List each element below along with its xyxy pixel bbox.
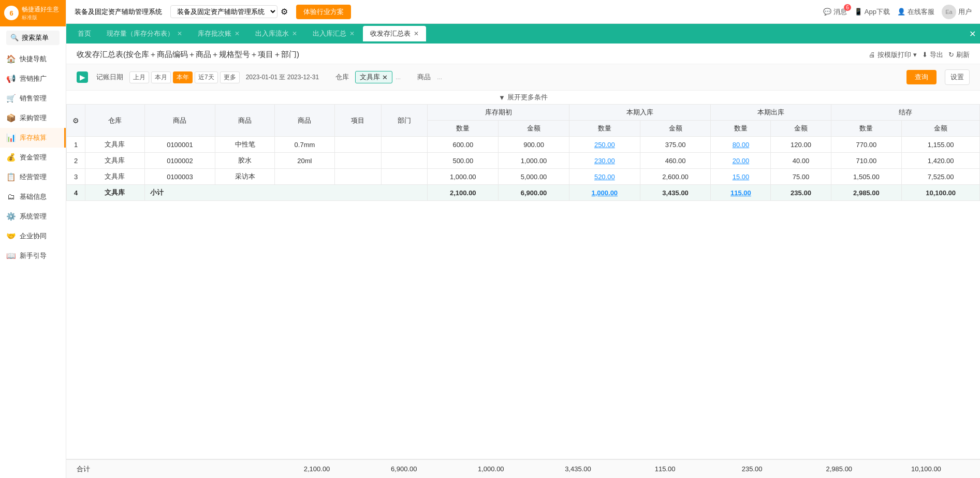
app-download-label: App下载 <box>865 7 890 17</box>
sidebar-item-label: 经营管理 <box>20 172 47 182</box>
tab-close-in-out-summary[interactable]: ✕ <box>349 31 355 37</box>
subtotal-row: 4 文具库 小计 2,100.00 6,900.00 1,000.00 3,43… <box>67 185 980 201</box>
row-in-qty[interactable]: 230.00 <box>569 153 640 169</box>
print-template-btn[interactable]: 🖨 按模版打印 ▾ <box>869 50 917 60</box>
row-out-amt: 120.00 <box>771 137 831 153</box>
tab-close-stock-dist[interactable]: ✕ <box>177 31 182 37</box>
sidebar-item-marketing[interactable]: 📢 营销推广 <box>0 69 66 89</box>
row-goods-spec: 20ml <box>274 153 334 169</box>
tab-in-out-flow[interactable]: 出入库流水 ✕ <box>248 26 304 41</box>
expand-icon: ▼ <box>499 94 505 102</box>
message-action[interactable]: 💬 消息 6 <box>823 7 847 17</box>
home-icon: 🏠 <box>6 54 16 64</box>
export-btn[interactable]: ⬇ 导出 <box>922 50 943 60</box>
row-goods-code: 0100001 <box>144 137 215 153</box>
footer-out-qty: 115.00 <box>622 463 709 475</box>
row-out-qty[interactable]: 80.00 <box>711 137 771 153</box>
col-opening-qty: 数量 <box>428 121 499 137</box>
sidebar-search-label: 搜索菜单 <box>22 33 49 42</box>
main-area: 装备及固定资产辅助管理系统 装备及固定资产辅助管理系统 ⚙ 体验行业方案 💬 消… <box>66 0 980 478</box>
row-no: 3 <box>67 169 85 185</box>
warehouse-tag[interactable]: 文具库 ✕ <box>355 71 392 83</box>
warehouse-filter-label: 仓库 <box>335 73 349 82</box>
row-out-amt: 40.00 <box>771 153 831 169</box>
row-in-qty[interactable]: 520.00 <box>569 169 640 185</box>
settings-gear-icon[interactable]: ⚙ <box>281 7 288 17</box>
tabs-close-all[interactable]: ✕ <box>969 29 976 39</box>
row-department <box>381 169 428 185</box>
tab-close-batch-account[interactable]: ✕ <box>235 31 240 37</box>
date-btn-last-month[interactable]: 上月 <box>129 71 149 83</box>
tab-receive-summary[interactable]: 收发存汇总表 ✕ <box>363 26 426 41</box>
row-in-amt: 2,600.00 <box>640 169 711 185</box>
trial-btn[interactable]: 体验行业方案 <box>296 5 351 19</box>
goods-filter-label: 商品 <box>417 73 431 82</box>
col-opening-amt: 金额 <box>499 121 569 137</box>
goods-more[interactable]: ... <box>437 74 442 81</box>
date-btn-7days[interactable]: 近7天 <box>195 71 218 83</box>
chevron-down-icon: ▾ <box>913 51 917 59</box>
row-in-qty[interactable]: 250.00 <box>569 137 640 153</box>
online-service-label: 在线客服 <box>908 7 934 17</box>
subtotal-warehouse: 文具库 <box>85 185 145 201</box>
export-icon: ⬇ <box>922 51 928 59</box>
gear-icon[interactable]: ⚙ <box>72 117 79 125</box>
tab-close-receive-summary[interactable]: ✕ <box>414 31 419 37</box>
col-goods-spec-header: 商品 <box>274 105 334 137</box>
sidebar-item-operations[interactable]: 📋 经营管理 <box>0 167 66 187</box>
table-row: 3 文具库 0100003 采访本 1,000.00 5,000.00 520.… <box>67 169 980 185</box>
row-balance-amt: 1,420.00 <box>902 153 980 169</box>
tab-stock-dist[interactable]: 现存量（库存分布表） ✕ <box>99 26 189 41</box>
row-out-qty[interactable]: 15.00 <box>711 169 771 185</box>
sidebar-item-basic-info[interactable]: 🗂 基础信息 <box>0 187 66 207</box>
sidebar-item-quick-nav[interactable]: 🏠 快捷导航 <box>0 49 66 69</box>
row-no: 1 <box>67 137 85 153</box>
query-btn[interactable]: 查询 <box>906 70 937 84</box>
online-service-action[interactable]: 👤 在线客服 <box>897 7 934 17</box>
row-goods-spec <box>274 169 334 185</box>
tab-close-in-out-flow[interactable]: ✕ <box>292 31 297 37</box>
tab-batch-account[interactable]: 库存批次账 ✕ <box>191 26 247 41</box>
top-header: 装备及固定资产辅助管理系统 装备及固定资产辅助管理系统 ⚙ 体验行业方案 💬 消… <box>66 0 980 24</box>
filter-toggle-btn[interactable]: ▶ <box>77 71 88 83</box>
tab-in-out-summary[interactable]: 出入库汇总 ✕ <box>305 26 362 41</box>
message-icon: 💬 <box>823 8 831 16</box>
app-download-action[interactable]: 📱 App下载 <box>854 7 890 17</box>
filter-row: 记账日期 上月 本月 本年 近7天 更多 2023-01-01 至 2023-1… <box>96 71 898 83</box>
col-settings[interactable]: ⚙ <box>67 105 85 137</box>
col-in-qty: 数量 <box>569 121 640 137</box>
refresh-btn[interactable]: ↻ 刷新 <box>948 50 970 60</box>
main-table: ⚙ 仓库 商品 商品 商品 项目 部门 库存期初 本期入库 本期出库 结存 <box>66 104 980 201</box>
row-out-qty[interactable]: 20.00 <box>711 153 771 169</box>
tab-home[interactable]: 首页 <box>70 26 98 41</box>
row-goods-code: 0100003 <box>144 169 215 185</box>
date-btn-this-year[interactable]: 本年 <box>173 71 193 83</box>
footer-total-label: 合计 <box>77 465 242 474</box>
footer-balance-amt: 10,100.00 <box>883 463 970 475</box>
warehouse-more[interactable]: ... <box>396 74 401 81</box>
warehouse-tag-close[interactable]: ✕ <box>382 74 388 81</box>
sidebar-item-finance[interactable]: 💰 资金管理 <box>0 148 66 167</box>
table-row: 2 文具库 0100002 胶水 20ml 500.00 1,000.00 23… <box>67 153 980 169</box>
sidebar-logo: 6 畅捷通好生意 标准版 <box>0 0 66 26</box>
row-in-amt: 460.00 <box>640 153 711 169</box>
sidebar-item-inventory[interactable]: 📊 库存核算 <box>0 128 66 148</box>
date-btn-this-month[interactable]: 本月 <box>151 71 171 83</box>
sidebar-item-enterprise[interactable]: 🤝 企业协同 <box>0 226 66 246</box>
sidebar-item-sales[interactable]: 🛒 销售管理 <box>0 89 66 108</box>
expand-more-btn[interactable]: ▼ 展开更多条件 <box>499 93 548 102</box>
col-balance-amt: 金额 <box>902 121 980 137</box>
sidebar-item-label: 销售管理 <box>20 94 47 103</box>
sidebar-item-system[interactable]: ⚙️ 系统管理 <box>0 207 66 226</box>
user-action[interactable]: Ea 用户 <box>942 5 972 19</box>
system-select[interactable]: 装备及固定资产辅助管理系统 <box>170 5 277 18</box>
sidebar-search-item[interactable]: 🔍 搜索菜单 <box>0 26 66 49</box>
row-department <box>381 153 428 169</box>
subtotal-out-qty: 115.00 <box>711 185 771 201</box>
subtotal-in-amt: 3,435.00 <box>640 185 711 201</box>
sidebar-item-new-guide[interactable]: 📖 新手引导 <box>0 246 66 266</box>
date-btn-more[interactable]: 更多 <box>220 71 240 83</box>
warehouse-filter: 文具库 ✕ ... <box>355 71 401 83</box>
sidebar-item-purchase[interactable]: 📦 采购管理 <box>0 108 66 128</box>
filter-settings-btn[interactable]: 设置 <box>945 69 970 85</box>
